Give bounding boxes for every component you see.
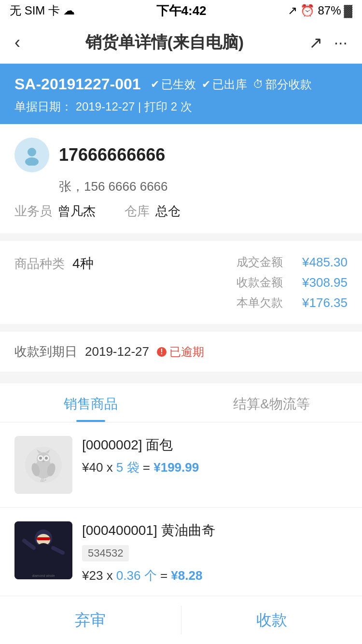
product-unit-2: 个 (144, 568, 157, 583)
alarm-icon: ⏰ (300, 4, 315, 17)
customer-contact: 张，156 6666 6666 (14, 178, 348, 195)
price-eq-2: = (160, 568, 171, 583)
location-icon: ↗ (288, 4, 297, 17)
customer-meta: 业务员 曾凡杰 仓库 总仓 (14, 203, 348, 220)
product-code-2: [000400001] (82, 523, 157, 538)
customer-name: 17666666666 (59, 145, 165, 165)
status-left: 无 SIM 卡 ☁ (10, 3, 75, 18)
svg-point-0 (28, 148, 36, 156)
salesperson-label: 业务员 (14, 203, 52, 220)
customer-top: 17666666666 (14, 138, 348, 172)
status-time: 下午4:42 (156, 2, 207, 19)
stats-card: 商品种类 4种 成交金额 ¥485.30 收款金额 ¥308.95 本单欠款 ¥… (0, 241, 362, 324)
date-label: 单据日期： (14, 100, 72, 113)
price-base-1: ¥40 (82, 460, 103, 475)
product-type-label: 商品种类 (14, 255, 65, 272)
svg-text:diamond whole: diamond whole (32, 574, 55, 577)
debt-row: 本单欠款 ¥176.35 (237, 295, 348, 310)
deal-amount-row: 成交金额 ¥485.30 (237, 254, 348, 270)
order-status-badges: ✔ 已生效 ✔ 已出库 ⏱ 部分收款 (151, 77, 312, 92)
product-total-2: ¥8.28 (171, 568, 202, 583)
received-row: 收款金额 ¥308.95 (237, 275, 348, 290)
avatar (14, 138, 49, 172)
bottom-bar: 弃审 收款 (0, 596, 362, 644)
date-separator: | (138, 100, 144, 113)
svg-rect-22 (37, 537, 50, 540)
share-icon[interactable]: ↗︎ (309, 33, 322, 52)
status-right: ↗ ⏰ 87% ▓ (288, 4, 352, 17)
list-item: 品+ [0000002] 面包 ¥40 x 5 袋 = ¥199.99 (0, 422, 362, 508)
warehouse-label: 仓库 (125, 203, 150, 220)
confirm-button[interactable]: 收款 (181, 596, 362, 644)
warehouse-value: 总仓 (155, 203, 181, 220)
status-badge-partial: ⏱ 部分收款 (253, 77, 312, 92)
meta-salesperson: 业务员 曾凡杰 (14, 203, 96, 220)
received-value: ¥308.95 (302, 275, 348, 290)
tabs-container: 销售商品 结算&物流等 (0, 379, 362, 598)
product-qty-1: 5 (116, 460, 123, 475)
nav-right-actions: ↗︎ ··· (309, 33, 348, 52)
tab-sales-label: 销售商品 (64, 396, 118, 411)
tab-settlement-label: 结算&物流等 (233, 396, 310, 411)
payment-due-section: 收款到期日 2019-12-27 ! 已逾期 (0, 332, 362, 372)
deal-amount-label: 成交金额 (237, 254, 283, 270)
overdue-dot-icon: ! (157, 347, 167, 357)
product-total-1: ¥199.99 (153, 460, 199, 475)
back-button[interactable]: ‹ (14, 32, 20, 53)
print-info: 打印 2 次 (144, 100, 192, 113)
order-header-banner: SA-20191227-001 ✔ 已生效 ✔ 已出库 ⏱ 部分收款 单据日期：… (0, 64, 362, 124)
tab-sales-products[interactable]: 销售商品 (0, 383, 181, 422)
product-code-1: [0000002] (82, 437, 142, 452)
tab-settlement[interactable]: 结算&物流等 (181, 383, 362, 422)
status-badge-effective: ✔ 已生效 (151, 77, 196, 92)
meta-warehouse: 仓库 总仓 (125, 203, 181, 220)
product-title-2: 黄油曲奇 (161, 523, 215, 538)
svg-point-8 (45, 457, 48, 460)
product-unit-1: 袋 (127, 460, 139, 475)
product-info-1: [0000002] 面包 ¥40 x 5 袋 = ¥199.99 (82, 436, 348, 494)
payment-due-date: 2019-12-27 (85, 344, 149, 359)
payment-due-label: 收款到期日 (14, 343, 77, 360)
received-label: 收款金额 (237, 275, 283, 290)
salesperson-value: 曾凡杰 (58, 203, 96, 220)
product-image-2: diamond whole (14, 521, 72, 579)
product-sku-2: 534532 (82, 545, 129, 561)
product-price-1: ¥40 x 5 袋 = ¥199.99 (82, 459, 348, 476)
price-base-2: ¥23 (82, 568, 103, 583)
price-x-2: x (107, 568, 116, 583)
debt-value: ¥176.35 (302, 295, 348, 310)
svg-point-23 (34, 543, 53, 567)
product-image-1: 品+ (14, 436, 72, 494)
cancel-button[interactable]: 弃审 (0, 596, 181, 644)
product-name-1: [0000002] 面包 (82, 436, 348, 454)
check-icon-2: ✔ (202, 78, 210, 91)
sim-text: 无 SIM 卡 ☁ (10, 3, 75, 18)
clock-icon: ⏱ (253, 78, 264, 91)
stats-product-types: 商品种类 4种 (14, 254, 94, 273)
deal-amount-value: ¥485.30 (302, 255, 348, 270)
customer-card: 17666666666 张，156 6666 6666 业务员 曾凡杰 仓库 总… (0, 124, 362, 233)
page-title: 销货单详情(来自电脑) (85, 31, 244, 54)
product-title-1: 面包 (146, 437, 173, 452)
status-text-2: 已出库 (212, 77, 247, 92)
order-header-top: SA-20191227-001 ✔ 已生效 ✔ 已出库 ⏱ 部分收款 (14, 75, 348, 93)
stats-amounts: 成交金额 ¥485.30 收款金额 ¥308.95 本单欠款 ¥176.35 (237, 254, 348, 310)
status-bar: 无 SIM 卡 ☁ 下午4:42 ↗ ⏰ 87% ▓ (0, 0, 362, 21)
product-info-2: [000400001] 黄油曲奇 534532 ¥23 x 0.36 个 = ¥… (82, 521, 348, 584)
price-x-1: x (107, 460, 116, 475)
overdue-badge: ! 已逾期 (157, 344, 204, 360)
list-item: diamond whole [000400001] 黄油曲奇 534532 ¥2… (0, 508, 362, 598)
status-text-3: 部分收款 (265, 77, 312, 92)
svg-text:品+: 品+ (41, 478, 47, 482)
debt-label: 本单欠款 (237, 295, 283, 310)
battery-text: 87% (318, 4, 341, 17)
order-date: 2019-12-27 (76, 100, 135, 113)
price-eq-1: = (143, 460, 153, 475)
product-type-value: 4种 (72, 254, 94, 273)
owl-image: 品+ (14, 436, 72, 494)
nav-bar: ‹ 销货单详情(来自电脑) ↗︎ ··· (0, 21, 362, 64)
svg-point-7 (39, 457, 42, 460)
order-date-info: 单据日期： 2019-12-27 | 打印 2 次 (14, 99, 348, 114)
more-icon[interactable]: ··· (334, 33, 348, 52)
product-qty-2: 0.36 (116, 568, 141, 583)
